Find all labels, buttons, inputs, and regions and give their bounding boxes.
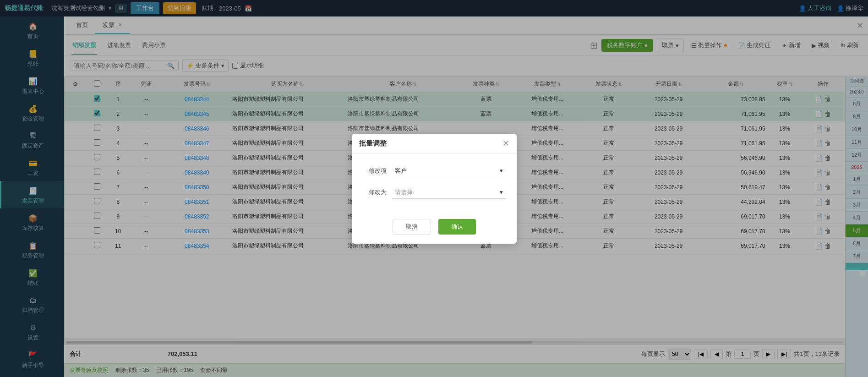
modify-field-label: 修改项: [363, 167, 387, 175]
modal-confirm-btn[interactable]: 确认: [438, 219, 476, 235]
modify-to-label: 修改为: [363, 188, 387, 197]
batch-adjust-modal: 批量调整 ✕ 修改项 客户 ▾ 修改为 请选择 ▾ 取消 确认: [352, 134, 517, 244]
modal-footer: 取消 确认: [352, 215, 517, 244]
modify-to-arrow: ▾: [500, 189, 503, 196]
modal-close-btn[interactable]: ✕: [502, 139, 509, 148]
modify-to-row: 修改为 请选择 ▾: [363, 186, 506, 199]
modify-to-select[interactable]: 请选择 ▾: [392, 186, 506, 199]
modify-field-row: 修改项 客户 ▾: [363, 165, 506, 177]
modal-title: 批量调整: [359, 139, 387, 148]
modal-overlay: 批量调整 ✕ 修改项 客户 ▾ 修改为 请选择 ▾ 取消 确认: [0, 0, 868, 377]
modify-to-placeholder: 请选择: [395, 188, 413, 197]
modal-header: 批量调整 ✕: [352, 134, 517, 154]
modify-field-arrow: ▾: [500, 167, 503, 174]
modify-field-value: 客户: [395, 167, 407, 175]
modal-body: 修改项 客户 ▾ 修改为 请选择 ▾: [352, 154, 517, 215]
modify-field-select[interactable]: 客户 ▾: [392, 165, 506, 177]
modal-cancel-btn[interactable]: 取消: [393, 219, 431, 235]
